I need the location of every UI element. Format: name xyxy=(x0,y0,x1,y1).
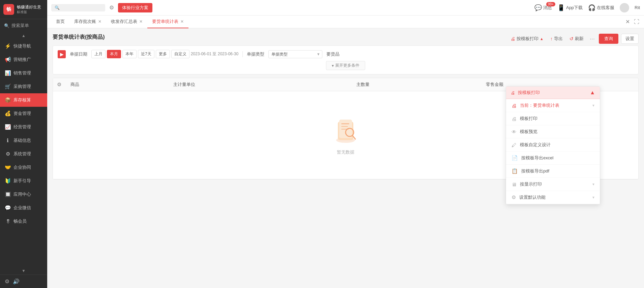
topbar-search[interactable]: 🔍 xyxy=(51,4,105,11)
topbar-right: 💬 消息 99+ 📱 App下载 🎧 在线客服 Rit xyxy=(534,3,640,12)
main-content: 🔍 ⚙ 体验行业方案 💬 消息 99+ 📱 App下载 🎧 在线客服 Rit xyxy=(47,0,644,288)
print-dropdown-item-export-pdf[interactable]: 📋 按模板导出pdf xyxy=(506,165,600,178)
app-name-block: 畅赚通好生意 标准版 xyxy=(17,5,41,14)
settings-button[interactable]: 设置 xyxy=(621,34,639,44)
current-year-btn[interactable]: 本年 xyxy=(122,50,137,58)
print-dropdown-close-btn[interactable]: ▲ xyxy=(590,90,595,96)
expand-conditions-btn[interactable]: ▾ 展开更多条件 xyxy=(326,61,365,70)
sidebar-item-shortcut[interactable]: ⚡ 快捷导航 xyxy=(0,39,47,53)
print-dropdown-title: 🖨 按模板打印 xyxy=(511,90,540,96)
refresh-icon: ↺ xyxy=(569,36,574,41)
sidebar-item-inventory[interactable]: 📦 库存核算 xyxy=(0,93,47,107)
sound-icon[interactable]: 🔊 xyxy=(13,278,20,285)
svg-rect-4 xyxy=(341,126,348,127)
app-download-button[interactable]: 📱 App下载 xyxy=(557,4,583,11)
display-print-arrow: ▾ xyxy=(592,182,594,187)
avatar[interactable] xyxy=(620,3,629,12)
tabs-close-btn[interactable]: ✕ xyxy=(625,18,631,26)
print-arrow-icon: ▲ xyxy=(540,37,544,41)
operations-icon: 📈 xyxy=(5,124,11,130)
doc-type-select[interactable]: 单据类型 xyxy=(268,50,322,58)
online-service-button[interactable]: 🎧 在线客服 xyxy=(588,4,614,11)
print-title-icon: 🖨 xyxy=(511,90,515,95)
sidebar-scroll-down[interactable]: ▼ xyxy=(0,267,47,275)
tab-collect[interactable]: 收发存汇总表 ✕ xyxy=(106,15,147,28)
sidebar: 畅 畅赚通好生意 标准版 🔍 搜索菜单 ▲ ⚡ 快捷导航 📢 营销推广 📊 销售… xyxy=(0,0,47,288)
print-dropdown-item-default[interactable]: ⚙ 设置默认功能 ▾ xyxy=(506,191,600,204)
more-btn[interactable]: 更多 xyxy=(156,50,170,58)
print-dropdown-item-export-excel[interactable]: 📄 按模板导出excel xyxy=(506,152,600,165)
tab-order-stat[interactable]: 要货单统计表 ✕ xyxy=(147,15,188,28)
col-goods: 商品 xyxy=(66,78,169,91)
print-dropdown-item-preview[interactable]: 👁 模板预览 xyxy=(506,125,600,138)
current-month-btn[interactable]: 本月 xyxy=(107,50,121,58)
table-col-settings-icon[interactable]: ⚙ xyxy=(57,82,61,87)
design-icon: 🖊 xyxy=(511,142,517,148)
more-actions[interactable]: ··· xyxy=(588,35,596,42)
query-button[interactable]: 查询 xyxy=(599,34,618,44)
sidebar-item-wechat[interactable]: 💬 企业微信 xyxy=(0,201,47,215)
sidebar-item-apps[interactable]: 🔲 应用中心 xyxy=(0,188,47,201)
sidebar-search[interactable]: 🔍 搜索菜单 xyxy=(0,19,47,32)
sidebar-item-marketing[interactable]: 📢 营销推广 xyxy=(0,53,47,66)
sidebar-scroll-up[interactable]: ▲ xyxy=(0,32,47,39)
sidebar-item-basics[interactable]: ℹ 基础信息 xyxy=(0,134,47,147)
default-func-icon: ⚙ xyxy=(511,194,516,200)
print-button[interactable]: 🖨 按模板打印 ▲ xyxy=(508,34,546,43)
custom-btn[interactable]: 自定义 xyxy=(171,50,189,58)
page-content: 要货单统计表(按商品) 🖨 按模板打印 ▲ ↑ 导出 ↺ 刷新 ··· 查询 设… xyxy=(47,28,644,288)
filter-expand-icon[interactable]: ▶ xyxy=(58,50,66,58)
sidebar-item-guide[interactable]: 🔰 新手引导 xyxy=(0,174,47,188)
pdf-icon: 📋 xyxy=(511,168,518,174)
refresh-button[interactable]: ↺ 刷新 xyxy=(567,34,586,43)
sidebar-item-system[interactable]: ⚙ 系统管理 xyxy=(0,147,47,161)
topbar-gear-icon[interactable]: ⚙ xyxy=(109,4,114,11)
messages-button[interactable]: 💬 消息 99+ xyxy=(534,4,552,11)
topbar-search-icon: 🔍 xyxy=(55,5,60,10)
svg-rect-3 xyxy=(341,123,349,124)
col-unit: 主计量单位 xyxy=(169,78,352,91)
export-button[interactable]: ↑ 导出 xyxy=(548,34,565,43)
collab-icon: 🤝 xyxy=(5,164,11,170)
headset-icon: 🎧 xyxy=(588,4,595,11)
sidebar-nav: ⚡ 快捷导航 📢 营销推广 📊 销售管理 🛒 采购管理 📦 库存核算 💰 资金管… xyxy=(0,39,47,267)
last7-btn[interactable]: 近7天 xyxy=(138,50,154,58)
tab-order-stat-close[interactable]: ✕ xyxy=(180,19,184,24)
member-icon: 🎖 xyxy=(5,219,11,224)
tabs-bar: 首页 库存批次账 ✕ 收发存汇总表 ✕ 要货单统计表 ✕ ✕ ⛶ xyxy=(47,15,644,28)
sidebar-item-sales[interactable]: 📊 销售管理 xyxy=(0,66,47,80)
print-dropdown-item-template-print[interactable]: 🖨 模板打印 xyxy=(506,112,600,125)
filter-bar: ▶ 单据日期 上月 本月 本年 近7天 更多 自定义 2023-06-01 至 … xyxy=(53,45,639,74)
message-icon: 💬 xyxy=(534,4,542,11)
inventory-icon: 📦 xyxy=(5,97,11,103)
print-icon: 🖨 xyxy=(510,36,515,41)
print-dropdown-item-display-print[interactable]: 🖥 按显示打印 ▾ xyxy=(506,178,600,191)
basics-icon: ℹ xyxy=(5,137,11,143)
print-dropdown-item-design[interactable]: 🖊 模板自定义设计 xyxy=(506,138,600,152)
marketing-icon: 📢 xyxy=(5,57,11,63)
export-icon: ↑ xyxy=(550,36,553,41)
sidebar-item-purchase[interactable]: 🛒 采购管理 xyxy=(0,80,47,93)
sidebar-item-member[interactable]: 🎖 畅会员 xyxy=(0,215,47,228)
trial-button[interactable]: 体验行业方案 xyxy=(118,3,152,12)
default-func-arrow: ▾ xyxy=(592,195,594,200)
tab-batch[interactable]: 库存批次账 ✕ xyxy=(69,15,106,28)
filter-row: ▶ 单据日期 上月 本月 本年 近7天 更多 自定义 2023-06-01 至 … xyxy=(58,50,634,58)
empty-icon xyxy=(330,115,361,145)
tab-home[interactable]: 首页 xyxy=(51,15,69,28)
wechat-icon: 💬 xyxy=(5,205,11,211)
doc-type-select-wrap: 单据类型 xyxy=(268,50,322,58)
tabs-expand-btn[interactable]: ⛶ xyxy=(633,18,640,26)
settings-bottom-icon[interactable]: ⚙ xyxy=(5,278,9,285)
sidebar-item-collab[interactable]: 🤝 企业协同 xyxy=(0,161,47,174)
tab-batch-close[interactable]: ✕ xyxy=(98,19,101,24)
print-dropdown-current[interactable]: 🖨 当前：要货单统计表 ▾ xyxy=(506,99,600,112)
tab-collect-close[interactable]: ✕ xyxy=(139,19,143,24)
sidebar-bottom: ⚙ 🔊 xyxy=(0,275,47,288)
username: Rit xyxy=(635,5,640,10)
sales-icon: 📊 xyxy=(5,70,11,76)
prev-month-btn[interactable]: 上月 xyxy=(91,50,106,58)
apps-icon: 🔲 xyxy=(5,191,11,197)
sidebar-item-operations[interactable]: 📈 经营管理 xyxy=(0,120,47,134)
sidebar-item-finance[interactable]: 💰 资金管理 xyxy=(0,107,47,120)
